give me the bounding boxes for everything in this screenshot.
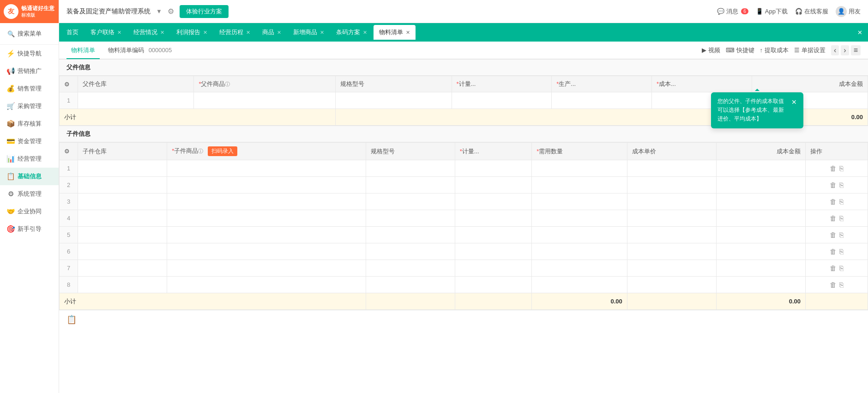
child-cell-unit-6[interactable] [455, 243, 531, 260]
sidebar-item-finance[interactable]: 💳 资金管理 [0, 133, 59, 150]
user-item[interactable]: 👤 用友 [836, 6, 861, 17]
message-item[interactable]: 💬 消息 6 [717, 7, 748, 16]
child-cell-spec-1[interactable] [366, 160, 455, 177]
menu-arrow[interactable]: ≡ [851, 45, 861, 55]
child-cell-spec-7[interactable] [366, 260, 455, 277]
parent-cell-unit-1[interactable] [452, 92, 552, 109]
child-cell-qty-1[interactable] [532, 160, 627, 177]
sidebar-item-system[interactable]: ⚙ 系统管理 [0, 185, 59, 203]
tab-customer-close[interactable]: ✕ [117, 30, 121, 36]
shortcut-btn[interactable]: ⌨ 快捷键 [726, 46, 754, 54]
delete-icon-2[interactable]: 🗑 [830, 181, 837, 189]
tab-new-product[interactable]: 新增商品 ✕ [288, 25, 330, 40]
child-cell-amount-1[interactable] [716, 160, 805, 177]
child-cell-warehouse-8[interactable] [78, 277, 167, 293]
delete-icon-7[interactable]: 🗑 [830, 264, 837, 272]
child-cell-product-7[interactable] [167, 260, 366, 277]
child-cell-qty-5[interactable] [532, 227, 627, 243]
child-cell-warehouse-4[interactable] [78, 210, 167, 227]
child-cell-warehouse-6[interactable] [78, 243, 167, 260]
tab-profit-close[interactable]: ✕ [203, 30, 207, 36]
tab-product-close[interactable]: ✕ [277, 30, 281, 36]
child-cell-product-6[interactable] [167, 243, 366, 260]
copy-icon-2[interactable]: ⎘ [839, 181, 844, 189]
sidebar-item-sales[interactable]: 💰 销售管理 [0, 80, 59, 97]
child-cell-unit-price-6[interactable] [627, 243, 716, 260]
tab-history[interactable]: 经营历程 ✕ [214, 25, 256, 40]
dropdown-icon[interactable]: ▼ [156, 8, 162, 15]
sub-tab-bom-code[interactable]: 物料清单编码 0000005 [103, 42, 176, 59]
child-cell-product-5[interactable] [167, 227, 366, 243]
child-cell-unit-price-5[interactable] [627, 227, 716, 243]
child-cell-amount-2[interactable] [716, 177, 805, 193]
child-cell-unit-price-1[interactable] [627, 160, 716, 177]
search-menu-item[interactable]: 🔍 搜索菜单 [4, 27, 55, 41]
tooltip-close[interactable]: ✕ [791, 97, 797, 107]
child-cell-product-1[interactable] [167, 160, 366, 177]
child-cell-warehouse-2[interactable] [78, 177, 167, 193]
child-cell-amount-8[interactable] [716, 277, 805, 293]
extract-cost-btn[interactable]: ↑ 提取成本 [760, 46, 789, 54]
tab-bom[interactable]: 物料清单 ✕ [374, 25, 416, 40]
child-cell-warehouse-3[interactable] [78, 193, 167, 210]
parent-cell-warehouse-1[interactable] [78, 92, 194, 109]
sidebar-item-quick-nav[interactable]: ⚡ 快捷导航 [0, 45, 59, 62]
sidebar-item-marketing[interactable]: 📢 营销推广 [0, 62, 59, 80]
sidebar-item-basic-info[interactable]: 📋 基础信息 [0, 168, 59, 185]
child-cell-unit-2[interactable] [455, 177, 531, 193]
child-cell-warehouse-1[interactable] [78, 160, 167, 177]
delete-icon-8[interactable]: 🗑 [830, 281, 837, 289]
child-cell-warehouse-7[interactable] [78, 260, 167, 277]
child-cell-unit-5[interactable] [455, 227, 531, 243]
child-cell-unit-price-3[interactable] [627, 193, 716, 210]
tab-home[interactable]: 首页 [61, 25, 84, 40]
copy-icon-6[interactable]: ⎘ [839, 248, 844, 255]
child-cell-amount-5[interactable] [716, 227, 805, 243]
child-cell-product-8[interactable] [167, 277, 366, 293]
child-cell-warehouse-5[interactable] [78, 227, 167, 243]
copy-icon-1[interactable]: ⎘ [839, 164, 844, 172]
tab-new-product-close[interactable]: ✕ [320, 30, 324, 36]
single-settings-btn[interactable]: ☰ 单据设置 [794, 46, 826, 54]
child-cell-qty-8[interactable] [532, 277, 627, 293]
tab-product[interactable]: 商品 ✕ [257, 25, 287, 40]
child-cell-qty-4[interactable] [532, 210, 627, 227]
child-cell-qty-2[interactable] [532, 177, 627, 193]
view-btn[interactable]: ▶ 视频 [702, 46, 720, 54]
next-arrow[interactable]: › [841, 45, 849, 55]
child-cell-amount-7[interactable] [716, 260, 805, 277]
sidebar-item-operations[interactable]: 📊 经营管理 [0, 150, 59, 168]
child-cell-product-2[interactable] [167, 177, 366, 193]
delete-icon-1[interactable]: 🗑 [830, 164, 837, 172]
delete-icon-5[interactable]: 🗑 [830, 231, 837, 239]
copy-icon-3[interactable]: ⎘ [839, 198, 844, 206]
child-cell-spec-4[interactable] [366, 210, 455, 227]
child-cell-spec-2[interactable] [366, 177, 455, 193]
tab-history-close[interactable]: ✕ [246, 30, 250, 36]
child-cell-unit-7[interactable] [455, 260, 531, 277]
child-cell-unit-8[interactable] [455, 277, 531, 293]
copy-icon-4[interactable]: ⎘ [839, 214, 844, 222]
child-cell-unit-price-8[interactable] [627, 277, 716, 293]
tab-business[interactable]: 经营情况 ✕ [128, 25, 170, 40]
tab-business-close[interactable]: ✕ [160, 30, 164, 36]
tab-customer[interactable]: 客户联络 ✕ [85, 25, 127, 40]
child-cell-qty-3[interactable] [532, 193, 627, 210]
child-cell-unit-price-2[interactable] [627, 177, 716, 193]
sidebar-item-inventory[interactable]: 📦 库存核算 [0, 115, 59, 133]
parent-cell-production-1[interactable] [552, 92, 652, 109]
child-cell-amount-4[interactable] [716, 210, 805, 227]
sub-tab-bom-list[interactable]: 物料清单 [66, 42, 100, 59]
tab-barcode-close[interactable]: ✕ [363, 30, 367, 36]
sidebar-item-purchase[interactable]: 🛒 采购管理 [0, 97, 59, 115]
child-cell-amount-3[interactable] [716, 193, 805, 210]
child-cell-unit-price-4[interactable] [627, 210, 716, 227]
copy-icon-7[interactable]: ⎘ [839, 264, 844, 272]
tab-bom-close[interactable]: ✕ [406, 30, 410, 36]
scan-btn[interactable]: 扫码录入 [208, 146, 237, 156]
nav-close-right[interactable]: ✕ [854, 29, 866, 36]
child-cell-product-3[interactable] [167, 193, 366, 210]
app-download-item[interactable]: 📱 App下载 [756, 7, 788, 16]
child-cell-qty-7[interactable] [532, 260, 627, 277]
child-col-settings[interactable]: ⚙ [60, 143, 78, 160]
